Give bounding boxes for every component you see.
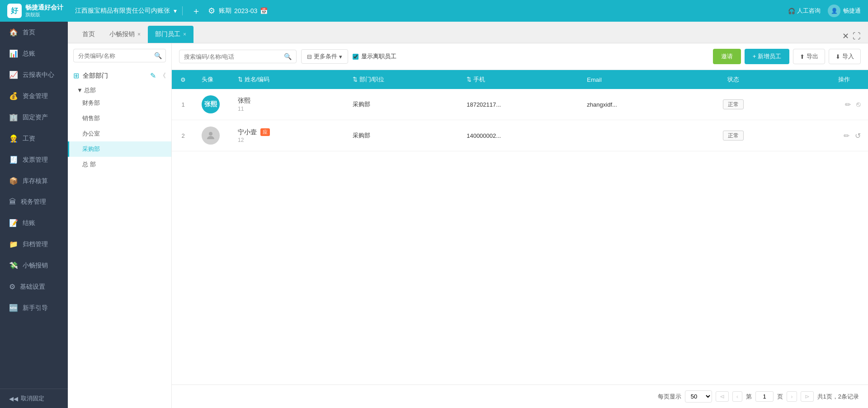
page-next-button[interactable]: › (787, 391, 797, 402)
chevron-down-icon: ▾ (174, 7, 177, 14)
page-prev-button[interactable]: ‹ (732, 391, 742, 402)
employee-table: ⚙ 头像 ⇅ 姓名/编码 ⇅ 部门/职位 ⇅ 手机 (172, 70, 868, 151)
sidebar-item-archive[interactable]: 📁 归档管理 (0, 234, 68, 255)
funds-icon: 💰 (9, 92, 18, 100)
filter-button[interactable]: ⊟ 更多条件 ▾ (301, 49, 348, 64)
employee-search-input[interactable] (184, 53, 284, 60)
import-button[interactable]: ⬇ 导入 (829, 49, 861, 64)
dept-search-icon[interactable]: 🔍 (154, 52, 162, 59)
invite-button[interactable]: 邀请 (713, 49, 741, 64)
sidebar-item-invoice[interactable]: 🧾 发票管理 (0, 149, 68, 170)
dept-edit-icon[interactable]: ✎ (150, 71, 156, 80)
sidebar-item-close[interactable]: 📝 结账 (0, 212, 68, 234)
dept-group-head[interactable]: ▼ 总部 (68, 84, 171, 95)
sidebar-item-tax[interactable]: 🏛 税务管理 (0, 192, 68, 212)
sidebar-item-inventory[interactable]: 📦 库存核算 (0, 170, 68, 192)
tab-dept-staff-label: 部门员工 (155, 30, 180, 38)
sidebar-item-payroll[interactable]: 👷 工资 (0, 128, 68, 149)
header-separator (182, 6, 183, 15)
pagination-bar: 每页显示 50 10 20 100 ⊲ ‹ 第 页 › ⊳ 共1页，2条记录 (172, 385, 868, 408)
dept-item-finance[interactable]: 财务部 (68, 95, 171, 111)
export-button[interactable]: ⬆ 导出 (793, 49, 825, 64)
dept-item-sales[interactable]: 销售部 (68, 111, 171, 126)
dept-item-head-office[interactable]: 总 部 (68, 157, 171, 172)
sidebar-label-home: 首页 (23, 28, 35, 37)
show-resigned-label[interactable]: 显示离职员工 (353, 52, 396, 61)
tab-close-window[interactable]: ✕ (842, 31, 849, 41)
employee-toolbar: 🔍 ⊟ 更多条件 ▾ 显示离职员工 邀请 + 新增员工 (172, 43, 868, 70)
grid-icon: ⊞ (73, 71, 79, 80)
tab-fullscreen[interactable]: ⛶ (853, 32, 861, 41)
all-dept-header[interactable]: ⊞ 全部部门 ✎ 《 (68, 68, 171, 84)
page-first-button[interactable]: ⊲ (716, 391, 729, 402)
sidebar-item-guide[interactable]: 🆕 新手引导 (0, 297, 68, 319)
dept-item-office[interactable]: 办公室 (68, 126, 171, 141)
row-num-1: 1 (172, 89, 194, 120)
tab-expense-close[interactable]: × (137, 31, 141, 38)
dept-search-box[interactable]: 🔍 (73, 49, 166, 62)
table-row: 2 宁 (172, 120, 868, 151)
col-settings[interactable]: ⚙ (172, 70, 194, 89)
row-num-2: 2 (172, 120, 194, 151)
tab-dept-staff-close[interactable]: × (183, 31, 186, 38)
add-employee-button[interactable]: + 新增员工 (745, 49, 789, 64)
expense-icon: 💸 (9, 261, 18, 270)
sidebar-label-invoice: 发票管理 (23, 156, 48, 164)
employee-search-icon[interactable]: 🔍 (284, 53, 292, 60)
row-phone-1: 187202117... (459, 89, 580, 120)
reports-icon: 📈 (9, 70, 18, 79)
service-btn[interactable]: 🎧 人工咨询 (788, 7, 821, 15)
sidebar-label-general-ledger: 总账 (23, 50, 35, 58)
employee-search-bar[interactable]: 🔍 (179, 50, 297, 63)
row-phone-2: 140000002... (459, 120, 580, 151)
logout-button-1[interactable]: ⎋ (856, 100, 861, 108)
calendar-icon[interactable]: 📅 (260, 7, 268, 14)
sidebar-item-fixed-assets[interactable]: 🏢 固定资产 (0, 107, 68, 128)
tab-expense-label: 小畅报销 (109, 30, 135, 38)
sidebar-label-settings: 基础设置 (20, 283, 45, 291)
sidebar-item-expense[interactable]: 💸 小畅报销 (0, 255, 68, 276)
user-area[interactable]: 👤 畅捷通 (828, 5, 861, 17)
sidebar-item-funds[interactable]: 💰 资金管理 (0, 85, 68, 107)
company-selector[interactable]: 江西服宝精品有限责任公司内账张 ▾ (75, 7, 177, 15)
dept-item-purchase[interactable]: 采购部 (68, 141, 171, 157)
sidebar-label-expense: 小畅报销 (23, 262, 48, 270)
svg-point-0 (209, 132, 212, 136)
sidebar-item-reports[interactable]: 📈 云报表中心 (0, 64, 68, 85)
page-number-input[interactable] (755, 391, 774, 402)
status-badge-1: 正常 (723, 99, 744, 109)
sidebar-bottom: ◀◀ 取消固定 (0, 389, 68, 408)
content-area: 首页 小畅报销 × 部门员工 × ✕ ⛶ 🔍 (68, 22, 868, 408)
sidebar-label-guide: 新手引导 (23, 304, 48, 312)
page-last-button[interactable]: ⊳ (801, 391, 814, 402)
delete-button-2[interactable]: ↺ (855, 131, 861, 140)
sidebar-item-general-ledger[interactable]: 📊 总账 (0, 43, 68, 64)
employee-name-2: 宁小壹 (238, 128, 257, 136)
settings-icon[interactable]: ⚙ (208, 6, 215, 16)
add-company-button[interactable]: ＋ (192, 5, 201, 17)
user-name: 畅捷通 (843, 7, 861, 15)
dept-collapse-icon[interactable]: 《 (160, 72, 166, 80)
sidebar-label-reports: 云报表中心 (23, 71, 54, 79)
import-icon: ⬇ (835, 53, 840, 60)
row-avatar-1: 张熙 (194, 89, 231, 120)
show-resigned-checkbox[interactable] (353, 54, 359, 60)
tab-expense[interactable]: 小畅报销 × (102, 26, 148, 43)
sidebar-item-home[interactable]: 🏠 首页 (0, 22, 68, 43)
edit-button-2[interactable]: ✏ (844, 131, 849, 140)
dept-search-input[interactable] (78, 52, 154, 59)
top-header: 好 畅捷通好会计 旗舰版 江西服宝精品有限责任公司内账张 ▾ ＋ ⚙ 账期 20… (0, 0, 868, 22)
sidebar-item-settings[interactable]: ⚙ 基础设置 (0, 276, 68, 297)
tab-dept-staff[interactable]: 部门员工 × (148, 26, 193, 43)
tax-icon: 🏛 (9, 198, 16, 206)
col-phone[interactable]: ⇅ 手机 (459, 70, 580, 89)
header-right: 🎧 人工咨询 👤 畅捷通 (788, 5, 861, 17)
per-page-select[interactable]: 50 10 20 100 (685, 390, 712, 403)
col-name-code[interactable]: ⇅ 姓名/编码 (231, 70, 345, 89)
payroll-icon: 👷 (9, 134, 18, 143)
col-dept-position[interactable]: ⇅ 部门/职位 (345, 70, 459, 89)
tab-home[interactable]: 首页 (75, 26, 102, 43)
cancel-fix-button[interactable]: ◀◀ 取消固定 (0, 389, 68, 408)
employee-code-2: 12 (238, 137, 244, 143)
edit-button-1[interactable]: ✏ (845, 100, 851, 109)
